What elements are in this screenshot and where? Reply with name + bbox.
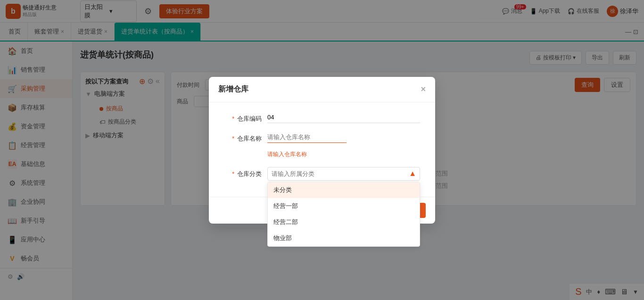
- modal-title: 新增仓库: [218, 84, 248, 94]
- code-input[interactable]: [267, 112, 420, 123]
- modal-overlay: 新增仓库 × * 仓库编码 * 仓库名称: [0, 0, 644, 300]
- dropdown-item-property[interactable]: 物业部: [268, 230, 420, 246]
- modal-header: 新增仓库 ×: [209, 77, 435, 102]
- dropdown-item-unclassified[interactable]: 未分类: [268, 182, 420, 198]
- category-select-wrap: ▲ 未分类 经营一部 经营二部 物业部: [267, 167, 420, 181]
- category-select-input[interactable]: [267, 167, 420, 181]
- form-row-code: * 仓库编码: [224, 112, 420, 123]
- dropdown-item-dept1[interactable]: 经营一部: [268, 198, 420, 214]
- name-input[interactable]: [267, 132, 347, 143]
- dropdown-item-dept2[interactable]: 经营二部: [268, 214, 420, 230]
- name-error-msg: 请输入仓库名称: [267, 151, 307, 158]
- name-label: * 仓库名称: [224, 132, 262, 143]
- modal-close-button[interactable]: ×: [421, 85, 426, 93]
- modal-body: * 仓库编码 * 仓库名称 请输入仓库名称: [209, 102, 435, 197]
- form-row-name: * 仓库名称 请输入仓库名称: [224, 132, 420, 158]
- category-label: * 仓库分类: [224, 167, 262, 178]
- code-label: * 仓库编码: [224, 112, 262, 123]
- new-warehouse-modal: 新增仓库 × * 仓库编码 * 仓库名称: [209, 77, 435, 224]
- category-dropdown: 未分类 经营一部 经营二部 物业部: [267, 182, 420, 247]
- form-row-category: * 仓库分类 ▲ 未分类 经营一部 经营二部: [224, 167, 420, 181]
